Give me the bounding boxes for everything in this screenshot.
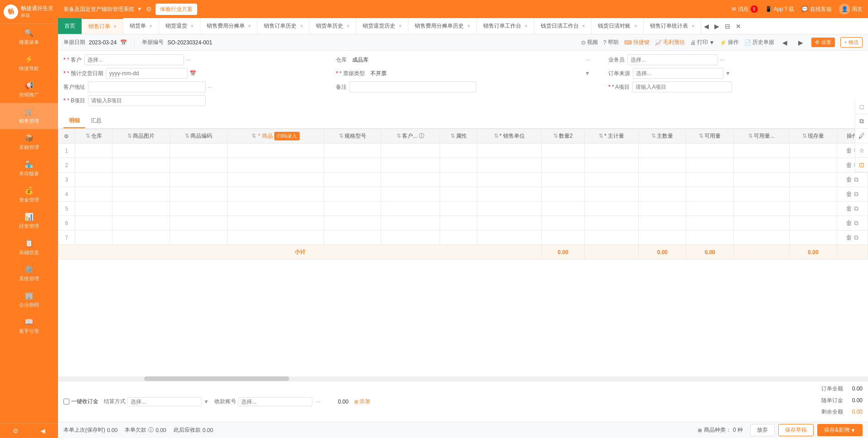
tab-home[interactable]: 首页 xyxy=(58,18,82,34)
row-product-3[interactable] xyxy=(228,173,324,187)
row-attribute-5[interactable] xyxy=(440,202,477,216)
calendar-icon[interactable]: 📅 xyxy=(120,39,127,46)
sidebar-item-sales[interactable]: 🛒 销售管理 xyxy=(0,103,58,129)
tab-close-icon[interactable]: × xyxy=(248,24,251,29)
row-main-qty-4[interactable] xyxy=(639,187,686,202)
sidebar-item-marketing[interactable]: 📢 营销推广 xyxy=(0,77,58,103)
address-more-icon[interactable]: ··· xyxy=(208,84,212,90)
delete-row-icon[interactable]: 🗑 xyxy=(846,176,852,183)
sidebar-item-enterprise[interactable]: 🏢 企业协同 xyxy=(0,287,58,313)
row-attribute-4[interactable] xyxy=(440,187,477,202)
row-main-unit-3[interactable] xyxy=(584,173,638,187)
row-main-unit-6[interactable] xyxy=(584,216,638,231)
row-product-6[interactable] xyxy=(228,216,324,231)
topbar-gear-icon[interactable]: ⚙ xyxy=(146,5,152,13)
tab-expense-history[interactable]: 销售费用分摊单历史 × xyxy=(408,18,477,34)
row-code-4[interactable] xyxy=(170,187,228,202)
save-new-dropdown-icon[interactable]: ▼ xyxy=(850,427,856,433)
right-float-item-4[interactable]: ☆ xyxy=(855,143,868,158)
settings-btn[interactable]: ⚙ 设置 xyxy=(811,38,834,47)
staff-input[interactable] xyxy=(627,54,718,65)
row-product-7[interactable] xyxy=(228,231,324,245)
message-item[interactable]: ✉ 消息 9 xyxy=(732,5,758,13)
row-product-1[interactable] xyxy=(228,144,324,158)
view-link[interactable]: ⊙ 视频 xyxy=(581,39,598,46)
row-main-qty-1[interactable] xyxy=(639,144,686,158)
tab-close-icon[interactable]: × xyxy=(114,24,116,29)
row-main-unit-1[interactable] xyxy=(584,144,638,158)
copy-row-icon[interactable]: ⧉ xyxy=(854,190,858,198)
tab-expand-icon[interactable]: ⊟ xyxy=(722,23,733,30)
row-code-2[interactable] xyxy=(170,158,228,173)
system-dropdown-icon[interactable]: ▼ xyxy=(137,6,142,12)
right-float-item-2[interactable]: ⧉ xyxy=(855,114,868,129)
user-item[interactable]: 👤 用友 xyxy=(839,4,863,14)
toolbar-prev-icon[interactable]: ◀ xyxy=(780,39,790,46)
collapse-sidebar-icon[interactable]: ◀ xyxy=(40,427,45,434)
row-main-qty-7[interactable] xyxy=(639,231,686,245)
row-unit-5[interactable] xyxy=(477,202,542,216)
row-attribute-6[interactable] xyxy=(440,216,477,231)
a-project-input[interactable] xyxy=(632,82,732,92)
row-attribute-3[interactable] xyxy=(440,173,477,187)
sidebar-item-inventory[interactable]: 🏪 库存核算 xyxy=(0,155,58,182)
customer-more-icon[interactable]: ··· xyxy=(186,57,190,63)
staff-more-icon[interactable]: ··· xyxy=(720,57,724,63)
row-attribute-7[interactable] xyxy=(440,231,477,245)
row-qty2-1[interactable] xyxy=(542,144,585,158)
tab-order-workbench[interactable]: 销售订单工作台 × xyxy=(477,18,534,34)
tab-next-icon[interactable]: ▶ xyxy=(712,23,722,30)
row-customer-code-2[interactable] xyxy=(381,158,440,173)
row-code-1[interactable] xyxy=(170,144,228,158)
tab-refund-history[interactable]: 销货退货历史 × xyxy=(356,18,408,34)
delivery-calendar-icon[interactable]: 📅 xyxy=(189,70,196,77)
delete-row-icon[interactable]: 🗑 xyxy=(846,219,852,227)
scroll-thumb[interactable] xyxy=(144,376,289,381)
sidebar-item-system[interactable]: ⚙️ 系统管理 xyxy=(0,260,58,287)
row-unit-2[interactable] xyxy=(477,158,542,173)
row-spec-2[interactable] xyxy=(324,158,381,173)
payment-dropdown-icon[interactable]: ▼ xyxy=(204,399,209,405)
notes-input[interactable] xyxy=(349,82,476,92)
address-input[interactable] xyxy=(88,82,206,92)
tab-cash-clear[interactable]: 钱货日清工作台 × xyxy=(534,18,592,34)
save-new-btn[interactable]: 保存&新增 ▼ xyxy=(817,424,863,436)
row-code-3[interactable] xyxy=(170,173,228,187)
sidebar-item-purchase[interactable]: 📦 采购管理 xyxy=(0,129,58,155)
order-source-input[interactable] xyxy=(633,68,723,79)
row-main-qty-6[interactable] xyxy=(639,216,686,231)
row-main-unit-5[interactable] xyxy=(584,202,638,216)
tab-detail[interactable]: 明细 xyxy=(63,114,85,128)
product-count-icon[interactable]: ⊕ xyxy=(698,427,702,433)
copy-row-icon[interactable]: ⧉ xyxy=(854,234,858,241)
history-link[interactable]: 📄 历史单据 xyxy=(744,39,774,46)
tab-close-icon[interactable]: × xyxy=(300,24,303,29)
row-unit-6[interactable] xyxy=(477,216,542,231)
app-download-item[interactable]: 📱 App下载 xyxy=(765,5,794,13)
row-customer-code-6[interactable] xyxy=(381,216,440,231)
tab-close-icon[interactable]: × xyxy=(634,24,637,29)
order-source-dropdown-icon[interactable]: ▼ xyxy=(725,70,731,77)
sidebar-item-guide[interactable]: 📖 新手引导 xyxy=(0,313,58,339)
tab-return-history[interactable]: 销货单历史 × xyxy=(310,18,356,34)
row-attribute-2[interactable] xyxy=(440,158,477,173)
tab-order-stats[interactable]: 销售订单统计表 × xyxy=(644,18,701,34)
operations-link[interactable]: ⚡ 操作 xyxy=(720,39,739,46)
delivery-date-input[interactable] xyxy=(106,68,188,79)
b-project-input[interactable] xyxy=(88,95,206,106)
copy-row-icon[interactable]: ⧉ xyxy=(854,219,858,227)
add-btn[interactable]: ⊕ 添加 xyxy=(354,398,370,405)
industry-btn[interactable]: 体验行业方案 xyxy=(155,4,197,15)
tab-close-icon[interactable]: × xyxy=(347,24,349,29)
tab-order-history[interactable]: 销售订单历史 × xyxy=(257,18,310,34)
row-main-qty-5[interactable] xyxy=(639,202,686,216)
help-link[interactable]: ? 帮助 xyxy=(603,39,619,46)
row-spec-3[interactable] xyxy=(324,173,381,187)
row-unit-7[interactable] xyxy=(477,231,542,245)
row-spec-7[interactable] xyxy=(324,231,381,245)
row-customer-code-3[interactable] xyxy=(381,173,440,187)
row-warehouse-6[interactable] xyxy=(75,216,112,231)
tab-close-icon[interactable]: × xyxy=(150,24,152,29)
toolbar-next-icon[interactable]: ▶ xyxy=(795,39,806,46)
warehouse-more-icon[interactable]: ··· xyxy=(586,57,590,63)
